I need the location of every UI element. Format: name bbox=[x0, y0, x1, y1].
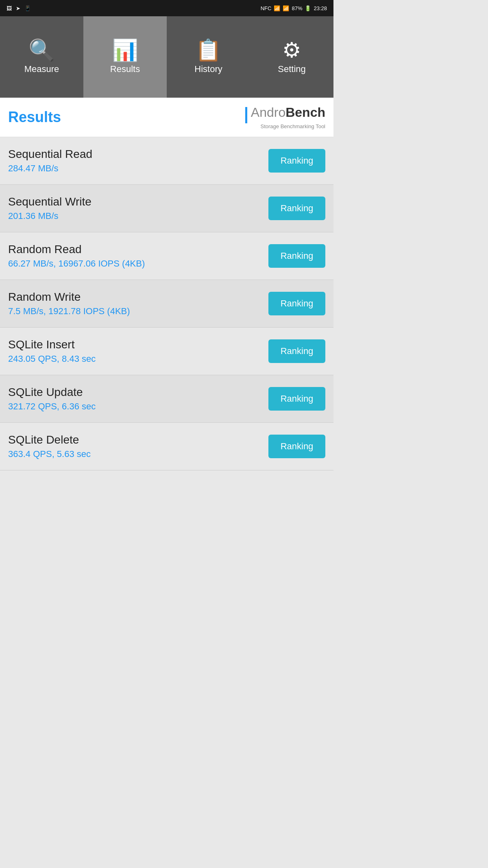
tab-results[interactable]: 📊 Results bbox=[83, 16, 167, 98]
ranking-button-sqlite-insert[interactable]: Ranking bbox=[268, 339, 325, 363]
nav-tabs: 🔍 Measure 📊 Results 📋 History ⚙ Setting bbox=[0, 16, 333, 98]
result-item-sequential-write: Sequential Write 201.36 MB/s Ranking bbox=[0, 185, 333, 232]
brand-name2: Bench bbox=[285, 105, 325, 120]
status-left-icons: 🖼 ➤ 📱 bbox=[7, 5, 31, 11]
result-value-sqlite-update: 321.72 QPS, 6.36 sec bbox=[8, 401, 268, 412]
tab-setting[interactable]: ⚙ Setting bbox=[250, 16, 333, 98]
result-name-sqlite-update: SQLite Update bbox=[8, 386, 268, 399]
brand-logo: AndroBench Storage Benchmarking Tool bbox=[245, 105, 325, 129]
result-value-random-read: 66.27 MB/s, 16967.06 IOPS (4KB) bbox=[8, 258, 268, 269]
ranking-button-random-write[interactable]: Ranking bbox=[268, 292, 325, 315]
arrow-icon: ➤ bbox=[16, 5, 20, 11]
history-icon: 📋 bbox=[195, 39, 222, 61]
result-name-sqlite-delete: SQLite Delete bbox=[8, 433, 268, 446]
image-icon: 🖼 bbox=[7, 5, 12, 11]
result-name-sequential-write: Sequential Write bbox=[8, 195, 268, 208]
result-info-sqlite-insert: SQLite Insert 243.05 QPS, 8.43 sec bbox=[8, 338, 268, 364]
result-value-sequential-read: 284.47 MB/s bbox=[8, 163, 268, 174]
tab-setting-label: Setting bbox=[278, 64, 306, 74]
page-title: Results bbox=[8, 109, 61, 126]
result-info-sqlite-update: SQLite Update 321.72 QPS, 6.36 sec bbox=[8, 386, 268, 412]
brand-sub: Storage Benchmarking Tool bbox=[261, 123, 325, 129]
result-info-random-read: Random Read 66.27 MB/s, 16967.06 IOPS (4… bbox=[8, 243, 268, 269]
gear-icon: ⚙ bbox=[282, 39, 301, 61]
ranking-button-sqlite-delete[interactable]: Ranking bbox=[268, 435, 325, 458]
result-value-sequential-write: 201.36 MB/s bbox=[8, 211, 268, 221]
result-value-sqlite-delete: 363.4 QPS, 5.63 sec bbox=[8, 449, 268, 459]
brand-name: AndroBench bbox=[245, 105, 325, 123]
tab-history[interactable]: 📋 History bbox=[167, 16, 250, 98]
result-value-random-write: 7.5 MB/s, 1921.78 IOPS (4KB) bbox=[8, 306, 268, 317]
result-name-sqlite-insert: SQLite Insert bbox=[8, 338, 268, 351]
status-right: NFC 📶 📶 87% 🔋 23:28 bbox=[261, 5, 327, 11]
result-info-sqlite-delete: SQLite Delete 363.4 QPS, 5.63 sec bbox=[8, 433, 268, 459]
battery-icon: 🔋 bbox=[305, 5, 311, 11]
sim-icon: 📱 bbox=[24, 5, 31, 11]
result-item-sqlite-insert: SQLite Insert 243.05 QPS, 8.43 sec Ranki… bbox=[0, 328, 333, 375]
result-item-random-read: Random Read 66.27 MB/s, 16967.06 IOPS (4… bbox=[0, 232, 333, 280]
result-info-sequential-write: Sequential Write 201.36 MB/s bbox=[8, 195, 268, 221]
signal-icon: 📶 bbox=[283, 5, 289, 11]
search-icon: 🔍 bbox=[28, 39, 55, 61]
nfc-label: NFC bbox=[261, 5, 272, 11]
result-item-sqlite-delete: SQLite Delete 363.4 QPS, 5.63 sec Rankin… bbox=[0, 423, 333, 470]
tab-measure-label: Measure bbox=[24, 64, 59, 74]
ranking-button-sqlite-update[interactable]: Ranking bbox=[268, 387, 325, 411]
result-item-random-write: Random Write 7.5 MB/s, 1921.78 IOPS (4KB… bbox=[0, 280, 333, 328]
brand-accent-bar bbox=[245, 107, 247, 123]
tab-results-label: Results bbox=[110, 64, 140, 74]
result-item-sequential-read: Sequential Read 284.47 MB/s Ranking bbox=[0, 137, 333, 185]
tab-history-label: History bbox=[194, 64, 222, 74]
chart-icon: 📊 bbox=[112, 39, 138, 61]
battery-level: 87% bbox=[292, 5, 302, 11]
result-name-random-write: Random Write bbox=[8, 291, 268, 304]
result-info-sequential-read: Sequential Read 284.47 MB/s bbox=[8, 148, 268, 174]
result-item-sqlite-update: SQLite Update 321.72 QPS, 6.36 sec Ranki… bbox=[0, 375, 333, 423]
results-list: Sequential Read 284.47 MB/s Ranking Sequ… bbox=[0, 137, 333, 470]
ranking-button-sequential-write[interactable]: Ranking bbox=[268, 197, 325, 220]
wifi-icon: 📶 bbox=[274, 5, 280, 11]
ranking-button-random-read[interactable]: Ranking bbox=[268, 244, 325, 268]
time-display: 23:28 bbox=[314, 5, 327, 11]
result-value-sqlite-insert: 243.05 QPS, 8.43 sec bbox=[8, 354, 268, 364]
result-info-random-write: Random Write 7.5 MB/s, 1921.78 IOPS (4KB… bbox=[8, 291, 268, 317]
brand-name1: Andro bbox=[251, 105, 285, 120]
status-bar: 🖼 ➤ 📱 NFC 📶 📶 87% 🔋 23:28 bbox=[0, 0, 333, 16]
ranking-button-sequential-read[interactable]: Ranking bbox=[268, 149, 325, 173]
tab-measure[interactable]: 🔍 Measure bbox=[0, 16, 83, 98]
result-name-sequential-read: Sequential Read bbox=[8, 148, 268, 161]
page-header: Results AndroBench Storage Benchmarking … bbox=[0, 98, 333, 137]
result-name-random-read: Random Read bbox=[8, 243, 268, 256]
